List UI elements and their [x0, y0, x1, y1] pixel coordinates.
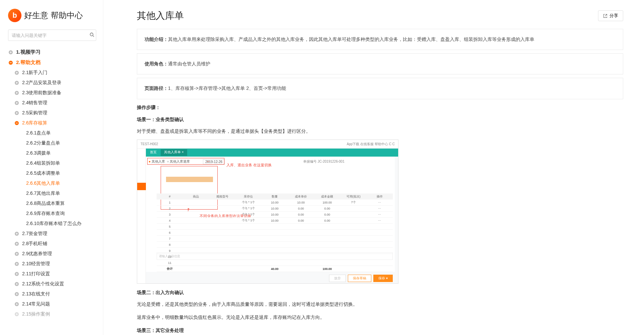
- scenario2-text1: 无论是受赠，还是其他类型的业务，由于入库商品质量等原因，需要退回，这时可通过单据…: [137, 300, 623, 309]
- nav-item-2-15[interactable]: 2.15操作案例: [8, 309, 96, 319]
- path-label: 页面路径：: [145, 86, 168, 91]
- plus-icon: [14, 110, 19, 116]
- search-box: [8, 30, 96, 41]
- minus-icon: [8, 60, 13, 65]
- minus-icon: [14, 120, 19, 126]
- nav-item-2-5[interactable]: 2.5采购管理: [8, 108, 96, 118]
- plus-icon: [14, 261, 19, 267]
- plus-icon: [14, 100, 19, 106]
- shot-btn-cancel: 放弃: [329, 275, 346, 282]
- shot-tab-home: 首页: [147, 149, 160, 156]
- embedded-screenshot: TEST-H002 App下载 在线客服 帮助中心 C C 首页 其他入库单 ×…: [137, 139, 398, 284]
- scenario2-title: 场景二：出入方向确认: [137, 290, 623, 296]
- plus-icon: [14, 241, 19, 246]
- role-label: 使用角色：: [145, 61, 168, 66]
- nav-item-2-6-5[interactable]: 2.6.5成本调整单: [8, 168, 96, 178]
- search-icon: [90, 33, 94, 37]
- plus-icon: [14, 291, 19, 297]
- nav-item-2-6-6[interactable]: 2.6.6其他入库单: [8, 178, 96, 188]
- info-path: 页面路径：1、库存核算->库存管理->其他入库单 2、首页->常用功能: [137, 78, 623, 99]
- svg-line-51: [605, 14, 607, 16]
- nav-item-2-6-3[interactable]: 2.6.3调拨单: [8, 148, 96, 158]
- nav-item-2-2[interactable]: 2.2产品安装及登录: [8, 78, 96, 88]
- page-title: 其他入库单: [137, 9, 184, 22]
- search-button[interactable]: [90, 33, 94, 38]
- plus-icon: [14, 70, 19, 75]
- logo: b 好生意 帮助中心: [8, 9, 96, 22]
- plus-icon: [14, 90, 19, 96]
- scenario1-title: 场景一：业务类型确认: [137, 117, 623, 123]
- logo-badge: b: [8, 9, 21, 22]
- scenario2-text2: 退库业务中，明细数量均以负值红色展示。无论是入库还是退库，库存账均记在入库方向。: [137, 313, 623, 322]
- svg-point-0: [90, 33, 93, 36]
- intro-label: 功能介绍：: [145, 37, 168, 42]
- plus-icon: [8, 50, 13, 55]
- intro-text: 其他入库单用来处理除采购入库、产成品入库之外的其他入库业务，因此其他入库单可处理…: [168, 37, 534, 42]
- nav-tree: 1.视频学习 2.帮助文档 2.1新手入门 2.2产品安装及登录 2.3使用前数…: [8, 47, 96, 319]
- nav-item-2-9[interactable]: 2.9优惠券管理: [8, 249, 96, 259]
- shot-header-left: TEST-H002: [141, 142, 158, 146]
- logo-text: 好生意 帮助中心: [24, 10, 83, 21]
- scenario3-title: 场景三：其它业务处理: [137, 328, 623, 334]
- share-button[interactable]: 分享: [598, 10, 623, 21]
- plus-icon: [14, 251, 19, 257]
- path-text: 1、库存核算->库存管理->其他入库单 2、首页->常用功能: [168, 86, 286, 91]
- nav-item-2-8[interactable]: 2.8手机旺铺: [8, 239, 96, 249]
- nav-item-2-6-9[interactable]: 2.6.9库存账本查询: [8, 209, 96, 219]
- nav-item-2-6-8[interactable]: 2.6.8商品成本重算: [8, 199, 96, 209]
- svg-line-1: [93, 36, 94, 37]
- nav-item-2-12[interactable]: 2.12系统个性化设置: [8, 279, 96, 289]
- plus-icon: [14, 281, 19, 287]
- scenario1-text: 对于受赠、盘盈或是拆装入库等不同的业务，是通过单据头【业务类型】进行区分。: [137, 127, 623, 136]
- plus-icon: [14, 80, 19, 86]
- nav-item-2-6-2[interactable]: 2.6.2分量盘点单: [8, 138, 96, 148]
- main-content: 其他入库单 分享 功能介绍：其他入库单用来处理除采购入库、产成品入库之外的其他入…: [103, 0, 637, 335]
- nav-item-2-7[interactable]: 2.7资金管理: [8, 229, 96, 239]
- nav-item-2-11[interactable]: 2.11打印设置: [8, 269, 96, 279]
- plus-icon: [14, 301, 19, 307]
- nav-item-docs[interactable]: 2.帮助文档: [8, 57, 96, 68]
- steps-heading: 操作步骤：: [137, 105, 623, 111]
- nav-item-2-13[interactable]: 2.13在线支付: [8, 289, 96, 299]
- nav-item-2-6-4[interactable]: 2.6.4组装拆卸单: [8, 158, 96, 168]
- nav-item-2-14[interactable]: 2.14常见问题: [8, 299, 96, 309]
- shot-tab-doc: 其他入库单 ×: [161, 149, 187, 156]
- nav-item-2-6-10[interactable]: 2.6.10库存账本错了怎么办: [8, 219, 96, 229]
- sidebar: b 好生意 帮助中心 1.视频学习 2.帮助文档 2.1新手入门 2.2产品安装…: [0, 0, 103, 335]
- nav-item-2-6-7[interactable]: 2.6.7其他出库单: [8, 188, 96, 199]
- plus-icon: [14, 231, 19, 236]
- share-icon: [603, 14, 607, 18]
- nav-item-video[interactable]: 1.视频学习: [8, 47, 96, 57]
- plus-icon: [14, 271, 19, 277]
- plus-icon: [14, 312, 19, 317]
- shot-header-right: App下载 在线客服 帮助中心 C C: [347, 142, 395, 147]
- shot-btn-draft: 保存草稿: [348, 275, 371, 282]
- nav-item-2-4[interactable]: 2.4销售管理: [8, 98, 96, 108]
- nav-item-2-1[interactable]: 2.1新手入门: [8, 68, 96, 78]
- nav-item-2-6[interactable]: 2.6库存核算: [8, 118, 96, 128]
- role-text: 通常由仓管人员维护: [168, 61, 210, 66]
- shot-btn-save: 保存 ▾: [373, 275, 393, 282]
- info-role: 使用角色：通常由仓管人员维护: [137, 53, 623, 74]
- nav-item-2-3[interactable]: 2.3使用前数据准备: [8, 88, 96, 98]
- info-intro: 功能介绍：其他入库单用来处理除采购入库、产成品入库之外的其他入库业务，因此其他入…: [137, 29, 623, 50]
- nav-item-2-10[interactable]: 2.10经营管理: [8, 259, 96, 269]
- nav-item-2-6-1[interactable]: 2.6.1盘点单: [8, 128, 96, 138]
- search-input[interactable]: [8, 30, 96, 41]
